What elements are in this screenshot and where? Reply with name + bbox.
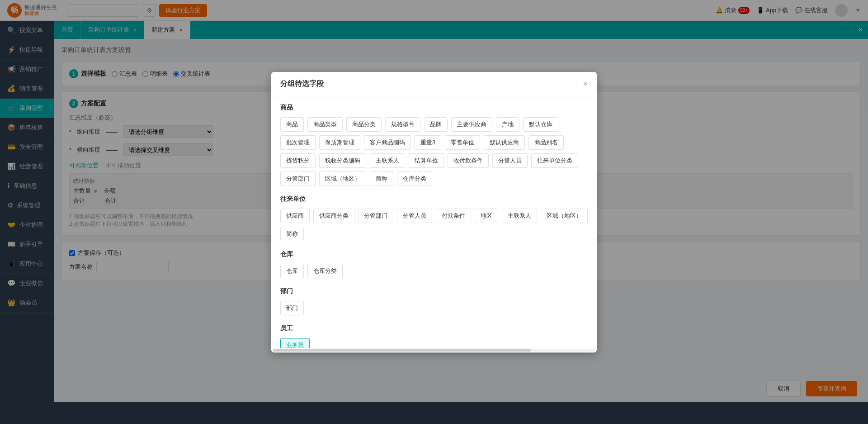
field-grid-counterpart: 供应商 供应商分类 分管部门 分管人员 付款条件 地区 主联系人 区域（地区） … xyxy=(280,209,588,241)
field-grid-employee: 业务员 xyxy=(280,338,588,348)
scrollbar-thumb xyxy=(273,349,531,352)
field-tag-department[interactable]: 部门 xyxy=(280,301,304,315)
field-tag-spec-model[interactable]: 规格型号 xyxy=(385,117,420,132)
field-tag-customer-code[interactable]: 客户商品编码 xyxy=(364,135,411,150)
modal-close-button[interactable]: × xyxy=(583,79,588,89)
field-tag-brand[interactable]: 品牌 xyxy=(424,117,448,132)
modal-overlay: 分组待选字段 × 商品 商品 商品类型 商品分类 规格型号 品牌 主要供应商 产… xyxy=(0,0,868,424)
modal-header: 分组待选字段 × xyxy=(271,72,597,96)
field-tag-abbr2[interactable]: 简称 xyxy=(280,227,304,241)
field-tag-batch-mgmt[interactable]: 批次管理 xyxy=(280,135,316,150)
section-title-counterpart: 往来单位 xyxy=(280,195,588,203)
field-tag-pick-points[interactable]: 拣货积分 xyxy=(280,153,316,168)
section-title-employee: 员工 xyxy=(280,324,588,333)
field-tag-tax-code[interactable]: 税收分类编码 xyxy=(319,153,366,168)
field-tag-region2[interactable]: 区域（地区） xyxy=(541,209,588,223)
field-tag-default-supplier[interactable]: 默认供应商 xyxy=(484,135,525,150)
horizontal-scrollbar[interactable] xyxy=(273,349,595,352)
field-tag-goods-alias[interactable]: 商品别名 xyxy=(528,135,564,150)
field-tag-manager[interactable]: 分管人员 xyxy=(492,153,528,168)
field-tag-warehouse-cat[interactable]: 仓库分类 xyxy=(307,264,343,278)
field-tag-supplier[interactable]: 供应商 xyxy=(280,209,310,223)
field-tag-settlement-unit[interactable]: 结算单位 xyxy=(409,153,444,168)
field-tag-goods[interactable]: 商品 xyxy=(280,117,304,132)
field-tag-manage-dept[interactable]: 分管部门 xyxy=(280,172,316,186)
field-tag-goods-category[interactable]: 商品分类 xyxy=(346,117,382,132)
field-tag-main-contact[interactable]: 主联系人 xyxy=(370,153,405,168)
field-tag-warehouse-category[interactable]: 仓库分类 xyxy=(397,172,432,186)
field-section-department: 部门 部门 xyxy=(280,287,588,315)
field-section-warehouse: 仓库 仓库 仓库分类 xyxy=(280,250,588,278)
field-section-employee: 员工 业务员 xyxy=(280,324,588,348)
field-tag-retail-unit[interactable]: 零售单位 xyxy=(445,135,480,150)
field-tag-area[interactable]: 地区 xyxy=(475,209,498,223)
section-title-warehouse: 仓库 xyxy=(280,250,588,258)
field-grid-department: 部门 xyxy=(280,301,588,315)
field-section-goods: 商品 商品 商品类型 商品分类 规格型号 品牌 主要供应商 产地 默认仓库 批次… xyxy=(280,104,588,186)
modal-title: 分组待选字段 xyxy=(280,79,324,89)
modal: 分组待选字段 × 商品 商品 商品类型 商品分类 规格型号 品牌 主要供应商 产… xyxy=(271,72,597,353)
field-tag-goods-type[interactable]: 商品类型 xyxy=(307,117,343,132)
field-tag-payment-terms[interactable]: 收付款条件 xyxy=(448,153,489,168)
field-tag-abbr[interactable]: 简称 xyxy=(370,172,393,186)
field-tag-warehouse[interactable]: 仓库 xyxy=(280,264,304,278)
field-tag-dept[interactable]: 分管部门 xyxy=(358,209,393,223)
modal-body[interactable]: 商品 商品 商品类型 商品分类 规格型号 品牌 主要供应商 产地 默认仓库 批次… xyxy=(271,96,597,348)
field-tag-counterpart-category[interactable]: 往来单位分类 xyxy=(531,153,578,168)
field-tag-weight3[interactable]: 重量3 xyxy=(415,135,441,150)
section-title-goods: 商品 xyxy=(280,104,588,112)
field-tag-default-warehouse[interactable]: 默认仓库 xyxy=(523,117,558,132)
field-tag-main-supplier[interactable]: 主要供应商 xyxy=(451,117,492,132)
modal-scrollbar-area xyxy=(271,348,597,352)
field-tag-pay-terms[interactable]: 付款条件 xyxy=(436,209,471,223)
field-grid-goods: 商品 商品类型 商品分类 规格型号 品牌 主要供应商 产地 默认仓库 批次管理 … xyxy=(280,117,588,186)
field-tag-expiry-mgmt[interactable]: 保质期管理 xyxy=(319,135,360,150)
field-tag-origin[interactable]: 产地 xyxy=(496,117,519,132)
field-tag-salesperson[interactable]: 业务员 xyxy=(280,338,310,348)
field-tag-supplier-category[interactable]: 供应商分类 xyxy=(313,209,354,223)
section-title-department: 部门 xyxy=(280,287,588,295)
field-tag-region[interactable]: 区域（地区） xyxy=(319,172,366,186)
field-tag-manage-person[interactable]: 分管人员 xyxy=(397,209,432,223)
field-grid-warehouse: 仓库 仓库分类 xyxy=(280,264,588,278)
field-tag-main-contact2[interactable]: 主联系人 xyxy=(502,209,537,223)
field-section-counterpart: 往来单位 供应商 供应商分类 分管部门 分管人员 付款条件 地区 主联系人 区域… xyxy=(280,195,588,241)
